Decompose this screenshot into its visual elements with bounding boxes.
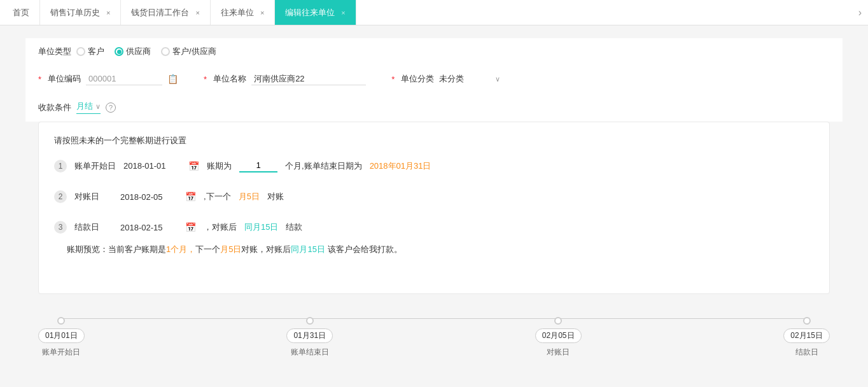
unit-type-radio-group: 客户 供应商 客户/供应商: [76, 46, 216, 57]
point-label-4: 结款日: [795, 347, 818, 358]
timeline-point-3: 02月05日 对账日: [535, 311, 582, 358]
form-section: 单位类型 客户 供应商 客户/供应商: [25, 38, 843, 122]
point-dot-1: [57, 317, 65, 325]
row-desc-2-highlight: 月5日: [239, 191, 260, 202]
preview-prefix: 账期预览：当前客户账期是: [67, 244, 166, 254]
row-desc-2-after: 对账: [267, 191, 284, 202]
row-num-1: 1: [54, 160, 67, 172]
row-date-3: 2018-02-15: [120, 223, 178, 232]
main-content: 单位类型 客户 供应商 客户/供应商: [0, 25, 868, 387]
unit-code-field: * 单位编码 📋: [38, 73, 178, 85]
unit-code-star: *: [38, 74, 41, 84]
timeline-chart-container: 01月01日 账单开始日 01月31日 账单结束日 02月05日 对账日 02月…: [25, 304, 843, 387]
preview-text: 账期预览：当前客户账期是1个月，下一个月5日对账，对账后同月15日 该客户会给我…: [67, 244, 801, 255]
timeline-point-4: 02月15日 结款日: [783, 311, 830, 358]
radio-supplier-label: 供应商: [126, 46, 151, 57]
unit-type-label: 单位类型: [38, 46, 71, 57]
preview-mid1: 下一个: [195, 244, 220, 254]
payment-terms-value: 月结: [76, 101, 93, 112]
tab-cash-desk[interactable]: 钱货日清工作台 ×: [121, 0, 210, 25]
radio-both[interactable]: 客户/供应商: [161, 46, 216, 57]
radio-supplier[interactable]: 供应商: [115, 46, 151, 57]
timeline-point-1: 01月01日 账单开始日: [38, 311, 85, 358]
unit-name-input[interactable]: [251, 73, 366, 85]
row-num-2: 2: [54, 190, 67, 203]
point-box-3: 02月05日: [535, 328, 582, 343]
form-row-codes: * 单位编码 📋 * 单位名称 * 单位分类 未分类 ∨: [25, 65, 843, 93]
tab-sales-history-label: 销售订单历史: [50, 7, 100, 18]
radio-customer[interactable]: 客户: [76, 46, 104, 57]
payment-terms-label: 收款条件: [38, 102, 71, 113]
unit-name-label: 单位名称: [213, 73, 246, 85]
tab-home[interactable]: 首页: [0, 0, 40, 25]
preview-hl2: 月5日: [220, 244, 241, 254]
row-label-2: 对账日: [74, 191, 113, 202]
radio-both-circle: [161, 47, 170, 56]
timeline-row-1: 1 账单开始日 2018-01-01 📅 账期为 个月,账单结束日期为 2018…: [54, 159, 814, 172]
period-input[interactable]: [239, 159, 277, 172]
tab-edit-partner-close[interactable]: ×: [341, 9, 345, 17]
inner-card: 请按照未来的一个完整帐期进行设置 1 账单开始日 2018-01-01 📅 账期…: [38, 122, 830, 294]
tab-home-label: 首页: [13, 7, 29, 18]
tab-cash-desk-label: 钱货日清工作台: [131, 7, 189, 18]
payment-terms-chevron-icon: ∨: [95, 102, 101, 111]
tab-partner-close[interactable]: ×: [260, 9, 264, 17]
row-desc-3-before: ，对账后: [204, 222, 237, 233]
tab-cash-desk-close[interactable]: ×: [195, 9, 199, 17]
tab-sales-history-close[interactable]: ×: [106, 9, 110, 17]
row-label-3: 结款日: [74, 222, 113, 233]
row-period-label: 账期为: [207, 160, 232, 172]
preview-suffix: 该客户会给我打款。: [328, 244, 402, 254]
preview-section: 账期预览：当前客户账期是1个月，下一个月5日对账，对账后同月15日 该客户会给我…: [54, 234, 814, 281]
tab-bar: 首页 销售订单历史 × 钱货日清工作台 × 往来单位 × 编辑往来单位 × ›: [0, 0, 868, 25]
unit-category-dropdown[interactable]: 未分类 ∨: [439, 73, 500, 85]
card-title: 请按照未来的一个完整帐期进行设置: [54, 135, 814, 146]
chevron-down-icon: ∨: [495, 75, 500, 83]
radio-supplier-circle: [115, 47, 123, 56]
payment-terms-field: 收款条件 月结 ∨ ?: [38, 101, 116, 114]
timeline-point-2: 01月31日 账单结束日: [286, 311, 333, 358]
radio-customer-circle: [76, 47, 85, 56]
tab-edit-partner[interactable]: 编辑往来单位 ×: [275, 0, 356, 25]
payment-terms-select[interactable]: 月结 ∨: [76, 101, 101, 114]
point-box-1: 01月01日: [38, 328, 85, 343]
unit-category-label: 单位分类: [401, 73, 434, 85]
timeline-chart: 01月01日 账单开始日 01月31日 账单结束日 02月05日 对账日 02月…: [38, 304, 830, 383]
point-label-2: 账单结束日: [291, 347, 329, 358]
point-box-2: 01月31日: [286, 328, 333, 343]
row-desc-3-after: 结款: [286, 222, 302, 233]
unit-code-input[interactable]: [86, 73, 162, 85]
unit-category-value: 未分类: [439, 73, 490, 85]
unit-name-field: * 单位名称: [204, 73, 366, 85]
radio-both-label: 客户/供应商: [172, 46, 216, 57]
unit-category-star: *: [391, 74, 395, 84]
form-row-payment: 收款条件 月结 ∨ ?: [25, 93, 843, 122]
row-desc-3-highlight: 同月15日: [244, 222, 278, 233]
preview-mid2: 对账，对账后: [241, 244, 291, 254]
point-dot-2: [306, 317, 314, 325]
unit-name-star: *: [204, 74, 207, 84]
timeline-row-2: 2 对账日 2018-02-05 📅 ,下一个 月5日 对账: [54, 190, 814, 203]
copy-icon[interactable]: 📋: [167, 74, 178, 84]
tab-edit-partner-label: 编辑往来单位: [285, 7, 335, 18]
help-icon[interactable]: ?: [106, 102, 116, 113]
unit-code-label: 单位编码: [48, 73, 81, 85]
row-desc-2-before: ,下一个: [204, 191, 231, 202]
unit-type-field: 单位类型 客户 供应商 客户/供应商: [38, 46, 216, 57]
calendar-icon-2[interactable]: 📅: [185, 192, 196, 202]
radio-customer-label: 客户: [88, 46, 104, 57]
tab-partner-label: 往来单位: [221, 7, 254, 18]
preview-hl1: 1个月，: [166, 244, 195, 254]
tab-sales-history[interactable]: 销售订单历史 ×: [40, 0, 121, 25]
tab-partner[interactable]: 往来单位 ×: [211, 0, 275, 25]
form-row-unit-type: 单位类型 客户 供应商 客户/供应商: [25, 38, 843, 65]
calendar-icon-3[interactable]: 📅: [185, 222, 196, 232]
row-date-1: 2018-01-01: [123, 161, 181, 171]
point-label-3: 对账日: [547, 347, 570, 358]
tab-more-button[interactable]: ›: [852, 7, 868, 18]
row-label-1: 账单开始日: [74, 160, 116, 172]
calendar-icon-1[interactable]: 📅: [188, 161, 199, 171]
unit-category-field: * 单位分类 未分类 ∨: [391, 73, 500, 85]
timeline-row-3: 3 结款日 2018-02-15 📅 ，对账后 同月15日 结款: [54, 221, 814, 234]
point-dot-3: [554, 317, 562, 325]
